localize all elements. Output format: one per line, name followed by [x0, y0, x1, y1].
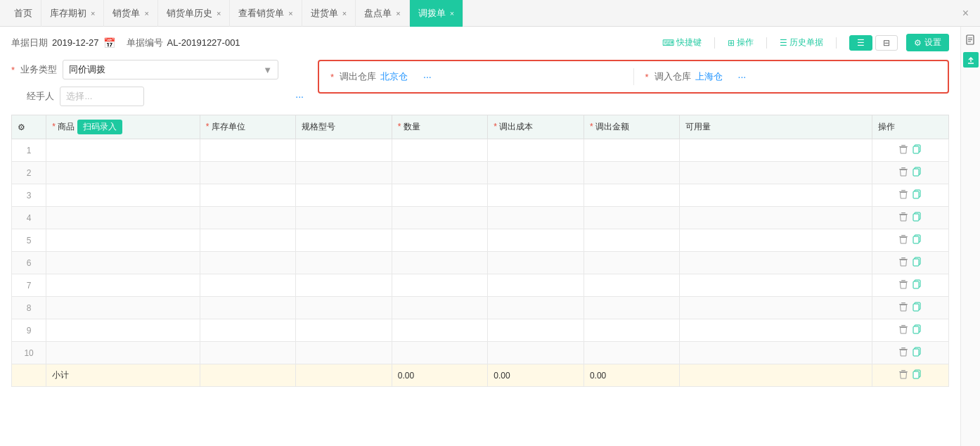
- out-warehouse-more[interactable]: ···: [420, 71, 434, 82]
- row-action: [872, 319, 948, 342]
- tab-stock-check[interactable]: 盘点单 ×: [356, 0, 409, 27]
- row-product[interactable]: [46, 207, 200, 229]
- form-header: 单据日期 2019-12-27 📅 单据编号 AL-20191227-001 ⌨…: [11, 34, 949, 51]
- th-settings[interactable]: ⚙: [12, 115, 46, 139]
- svg-rect-5: [901, 167, 905, 168]
- row-product[interactable]: [46, 139, 200, 162]
- delete-row-btn[interactable]: [898, 144, 908, 156]
- delete-row-btn[interactable]: [898, 279, 908, 291]
- in-warehouse-more[interactable]: ···: [735, 71, 749, 82]
- row-qty[interactable]: [392, 342, 488, 364]
- settings-gear-icon[interactable]: ⚙: [18, 122, 25, 132]
- row-qty[interactable]: [392, 207, 488, 229]
- delete-row-btn[interactable]: [898, 369, 908, 381]
- history-action[interactable]: ☰ 历史单据: [780, 37, 823, 49]
- tab-home[interactable]: 首页: [6, 0, 41, 27]
- row-unit: [200, 364, 296, 387]
- sidebar-export-icon[interactable]: [963, 52, 979, 68]
- th-qty: * 数量: [392, 115, 488, 139]
- window-close-button[interactable]: ×: [957, 7, 974, 20]
- layout-list-btn[interactable]: ☰: [849, 35, 872, 51]
- row-product[interactable]: [46, 229, 200, 252]
- row-product[interactable]: [46, 297, 200, 319]
- copy-row-btn[interactable]: [913, 234, 922, 246]
- row-qty[interactable]: [392, 297, 488, 319]
- delete-row-btn[interactable]: [898, 234, 908, 246]
- tab-sales-history[interactable]: 销货单历史 ×: [158, 0, 230, 27]
- row-qty[interactable]: [392, 162, 488, 184]
- delete-row-btn[interactable]: [898, 189, 908, 201]
- row-product[interactable]: [46, 162, 200, 184]
- divider3: [836, 37, 837, 49]
- delete-row-btn[interactable]: [898, 302, 908, 314]
- row-amount: [584, 139, 680, 162]
- tab-transfer[interactable]: 调拨单 ×: [410, 0, 463, 27]
- handler-more-btn[interactable]: ···: [292, 91, 307, 102]
- copy-row-btn[interactable]: [913, 369, 922, 381]
- row-product[interactable]: [46, 184, 200, 207]
- copy-row-btn[interactable]: [913, 212, 922, 224]
- copy-row-btn[interactable]: [913, 189, 922, 201]
- delete-row-btn[interactable]: [898, 167, 908, 179]
- table-row: 小计0.000.000.00: [12, 364, 949, 387]
- tab-close-sales[interactable]: ×: [144, 9, 148, 18]
- date-value[interactable]: 2019-12-27: [52, 37, 99, 48]
- sidebar-doc-icon[interactable]: [963, 32, 979, 48]
- tab-close-transfer[interactable]: ×: [450, 9, 454, 18]
- row-qty[interactable]: [392, 229, 488, 252]
- delete-row-btn[interactable]: [898, 324, 908, 336]
- row-qty[interactable]: [392, 252, 488, 274]
- layout-grid-btn[interactable]: ⊟: [875, 35, 898, 51]
- copy-row-btn[interactable]: [913, 279, 922, 291]
- delete-row-btn[interactable]: [898, 257, 908, 269]
- row-available: [680, 297, 872, 319]
- delete-row-btn[interactable]: [898, 347, 908, 359]
- scan-btn[interactable]: 扫码录入: [77, 120, 122, 134]
- shortcut-action[interactable]: ⌨ 快捷键: [662, 37, 702, 49]
- copy-row-btn[interactable]: [913, 324, 922, 336]
- operation-action[interactable]: ⊞ 操作: [728, 37, 754, 49]
- row-qty[interactable]: [392, 184, 488, 207]
- row-product[interactable]: [46, 252, 200, 274]
- row-qty[interactable]: [392, 139, 488, 162]
- tab-bar: 首页 库存期初 × 销货单 × 销货单历史 × 查看销货单 × 进货单 × 盘点…: [0, 0, 980, 27]
- table-row: 6: [12, 252, 949, 274]
- doc-no-value[interactable]: AL-20191227-001: [167, 37, 240, 48]
- copy-row-btn[interactable]: [913, 302, 922, 314]
- row-product[interactable]: [46, 342, 200, 364]
- row-qty[interactable]: [392, 274, 488, 297]
- row-spec: [296, 162, 392, 184]
- row-unit: [200, 229, 296, 252]
- tab-close-sales-history[interactable]: ×: [217, 9, 221, 18]
- calendar-icon[interactable]: 📅: [103, 37, 115, 49]
- handler-select[interactable]: 选择...: [60, 87, 144, 106]
- row-product[interactable]: [46, 274, 200, 297]
- business-type-select[interactable]: 同价调拨 ▼: [63, 60, 278, 79]
- tab-sales-order[interactable]: 销货单 ×: [104, 0, 157, 27]
- tab-close-view-sales[interactable]: ×: [288, 9, 292, 18]
- copy-row-btn[interactable]: [913, 144, 922, 156]
- tab-close-purchase[interactable]: ×: [342, 9, 347, 18]
- row-qty[interactable]: [392, 319, 488, 342]
- row-product[interactable]: [46, 319, 200, 342]
- row-cost: [488, 274, 584, 297]
- tab-close-inventory[interactable]: ×: [91, 9, 95, 18]
- row-action: [872, 364, 948, 387]
- out-warehouse-value[interactable]: 北京仓: [380, 70, 408, 83]
- copy-row-btn[interactable]: [913, 167, 922, 179]
- history-icon: ☰: [780, 38, 787, 48]
- delete-row-btn[interactable]: [898, 212, 908, 224]
- tab-view-sales[interactable]: 查看销货单 ×: [230, 0, 302, 27]
- in-warehouse-value[interactable]: 上海仓: [695, 70, 723, 83]
- tab-purchase[interactable]: 进货单 ×: [302, 0, 356, 27]
- settings-button[interactable]: ⚙ 设置: [906, 34, 949, 51]
- row-spec: [296, 297, 392, 319]
- row-product[interactable]: 小计: [46, 364, 200, 387]
- business-type-value: 同价调拨: [69, 63, 105, 76]
- tab-close-stock[interactable]: ×: [396, 9, 400, 18]
- copy-row-btn[interactable]: [913, 347, 922, 359]
- row-action: [872, 297, 948, 319]
- tab-inventory-init[interactable]: 库存期初 ×: [41, 0, 104, 27]
- svg-rect-19: [913, 236, 919, 243]
- copy-row-btn[interactable]: [913, 257, 922, 269]
